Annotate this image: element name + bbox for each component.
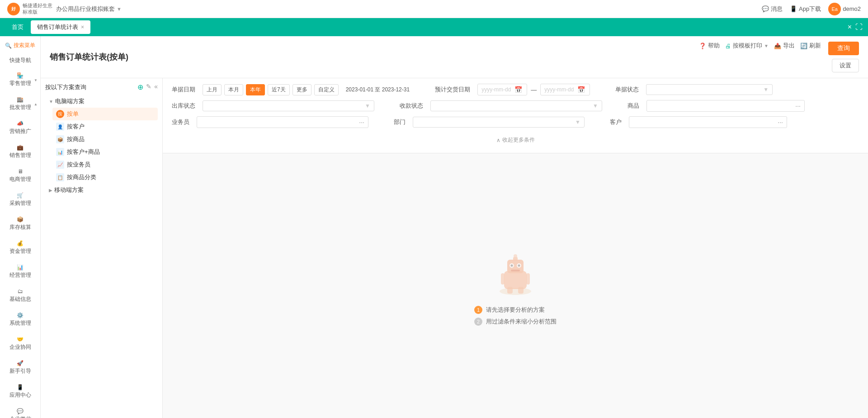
set-button[interactable]: 设置: [832, 59, 859, 72]
calendar-start-icon: 📅: [514, 86, 522, 93]
date-btn-custom[interactable]: 自定义: [314, 84, 339, 95]
salesman-dots[interactable]: ···: [359, 119, 364, 126]
sidebar-item-sales[interactable]: 💼 销售管理: [0, 140, 40, 164]
date-btn-this-year[interactable]: 本年: [246, 84, 265, 95]
date-btn-more[interactable]: 更多: [292, 84, 311, 95]
print-btn[interactable]: 🖨 按模板打印 ▼: [725, 42, 769, 50]
logo-icon: 好: [7, 3, 20, 15]
sidebar-item-basic[interactable]: 🗂 基础信息: [0, 284, 40, 308]
sidebar-item-retail[interactable]: 🏪 零售管理: [0, 68, 40, 92]
tree-item-by-customer[interactable]: 👤 按客户: [52, 120, 158, 133]
sidebar-item-purchase[interactable]: 🛒 采购管理: [0, 188, 40, 212]
collapse-panel-icon[interactable]: «: [154, 83, 158, 91]
status-select[interactable]: ▼: [646, 84, 773, 95]
sidebar-item-ecommerce[interactable]: 🖥 电商管理: [0, 164, 40, 188]
top-bar-left: 好 畅捷通好生意 标准版 办公用品行业模拟账套 ▼: [7, 3, 122, 15]
add-scheme-icon[interactable]: ⊕: [137, 83, 143, 91]
print-dropdown-icon[interactable]: ▼: [764, 43, 769, 48]
tab-sales-order[interactable]: 销售订单统计表 ×: [31, 20, 90, 34]
refresh-btn[interactable]: 🔄 刷新: [800, 42, 821, 50]
top-bar: 好 畅捷通好生意 标准版 办公用品行业模拟账套 ▼ 💬 消息 📱 App下载 E…: [0, 0, 868, 18]
expected-date-start[interactable]: yyyy-mm-dd 📅: [477, 84, 527, 95]
middle-section: 按以下方案查询 ⊕ ✎ « ▼ 电脑端方案 按 按单: [41, 78, 868, 418]
window-close-icon[interactable]: ×: [848, 23, 852, 31]
svg-rect-1: [504, 271, 527, 289]
window-expand-icon[interactable]: ⛶: [855, 23, 863, 31]
tree-item-by-order[interactable]: 按 按单: [52, 108, 158, 120]
tree-item-by-goods[interactable]: 📦 按商品: [52, 133, 158, 146]
newbie-icon: 🚀: [17, 360, 24, 366]
top-bar-title[interactable]: 办公用品行业模拟账套 ▼: [56, 5, 122, 13]
app-download-btn[interactable]: 📱 App下载: [790, 5, 821, 13]
delivery-dropdown-icon: ▼: [365, 103, 370, 109]
message-btn[interactable]: 💬 消息: [762, 5, 783, 13]
tab-home[interactable]: 首页: [5, 20, 30, 34]
delivery-select[interactable]: ▼: [203, 100, 374, 111]
tree-item-by-goods-category[interactable]: 📋 按商品分类: [52, 171, 158, 184]
sidebar-item-inventory[interactable]: 📦 库存核算: [0, 212, 40, 236]
date-btn-last-month[interactable]: 上月: [203, 84, 222, 95]
purchase-icon: 🛒: [17, 192, 24, 199]
dept-select[interactable]: ▼: [413, 117, 585, 128]
step-num-1: 1: [474, 306, 482, 314]
sidebar-search[interactable]: 🔍 搜索菜单: [0, 38, 40, 53]
basic-icon: 🗂: [18, 288, 23, 294]
sidebar-item-wechat[interactable]: 💬 企业微信: [0, 404, 40, 418]
page-header-right: ❓ 帮助 🖨 按模板打印 ▼ 📤 导出 🔄 刷新: [699, 42, 859, 72]
sidebar-item-finance[interactable]: 💰 资金管理: [0, 236, 40, 260]
delivery-label: 出库状态: [172, 102, 195, 110]
empty-step-1: 1 请先选择要分析的方案: [474, 306, 557, 314]
sidebar-item-marketing[interactable]: 📣 营销推广: [0, 116, 40, 140]
payment-select[interactable]: ▼: [430, 100, 602, 111]
collapse-bar[interactable]: ∧ 收起更多条件: [172, 133, 859, 147]
payment-label: 收款状态: [400, 102, 423, 110]
logo-area: 好 畅捷通好生意 标准版: [7, 3, 52, 15]
sidebar-item-operation[interactable]: 📊 经营管理: [0, 260, 40, 284]
dropdown-icon[interactable]: ▼: [117, 6, 122, 12]
by-salesman-icon: 📈: [56, 161, 64, 169]
sidebar-item-enterprise[interactable]: 🤝 企业协同: [0, 332, 40, 356]
customer-dots[interactable]: ···: [778, 119, 783, 126]
sidebar-item-wholesale[interactable]: 🏬 批发管理: [0, 92, 40, 116]
goods-label: 商品: [627, 102, 639, 110]
help-icon: ❓: [699, 43, 706, 49]
expected-date-end[interactable]: yyyy-mm-dd 📅: [540, 84, 590, 95]
goods-dots[interactable]: ···: [795, 102, 801, 109]
sidebar-item-system[interactable]: ⚙️ 系统管理: [0, 308, 40, 332]
avatar: Ea: [828, 3, 841, 15]
calendar-end-icon: 📅: [577, 86, 585, 93]
export-btn[interactable]: 📤 导出: [774, 42, 795, 50]
tree-mobile-section[interactable]: ▶ 移动端方案: [45, 184, 158, 196]
edit-scheme-icon[interactable]: ✎: [146, 83, 151, 91]
customer-input[interactable]: ···: [629, 116, 787, 128]
system-icon: ⚙️: [17, 312, 24, 318]
svg-rect-13: [518, 287, 524, 294]
page-header: 销售订单统计表(按单) ❓ 帮助 🖨 按模板打印 ▼ 📤 导出: [41, 36, 868, 78]
user-menu[interactable]: Ea demo2: [828, 3, 861, 15]
refresh-icon: 🔄: [800, 43, 807, 49]
by-goods-icon: 📦: [56, 135, 64, 143]
goods-input[interactable]: ···: [646, 100, 805, 112]
inventory-icon: 📦: [17, 216, 24, 223]
mobile-icon: 📱: [790, 5, 797, 12]
collapse-up-icon: ∧: [496, 137, 500, 143]
sidebar-item-newbie[interactable]: 🚀 新手引导: [0, 356, 40, 380]
help-btn[interactable]: ❓ 帮助: [699, 42, 720, 50]
content-area: 销售订单统计表(按单) ❓ 帮助 🖨 按模板打印 ▼ 📤 导出: [41, 36, 868, 418]
dept-dropdown-icon: ▼: [575, 119, 580, 125]
tree-desktop-section[interactable]: ▼ 电脑端方案: [45, 95, 158, 108]
tab-close-icon[interactable]: ×: [81, 24, 84, 30]
sidebar-nav-quicklink[interactable]: 快捷导航: [0, 53, 40, 68]
date-btn-this-month[interactable]: 本月: [224, 84, 243, 95]
salesman-input[interactable]: ···: [197, 116, 368, 128]
query-button[interactable]: 查询: [828, 42, 859, 55]
tree-item-by-salesman[interactable]: 📈 按业务员: [52, 158, 158, 171]
panel-header-icons: ⊕ ✎ «: [137, 83, 158, 91]
sidebar-item-appcenter[interactable]: 📱 应用中心: [0, 380, 40, 404]
payment-dropdown-icon: ▼: [593, 103, 598, 109]
tree-item-by-customer-goods[interactable]: 📊 按客户+商品: [52, 146, 158, 158]
left-panel: 按以下方案查询 ⊕ ✎ « ▼ 电脑端方案 按 按单: [41, 78, 163, 418]
date-btn-7days[interactable]: 近7天: [268, 84, 290, 95]
sidebar: 🔍 搜索菜单 快捷导航 🏪 零售管理 🏬 批发管理 📣 营销推广 💼 销售管理 …: [0, 36, 41, 418]
tree-mobile-arrow: ▶: [49, 188, 52, 193]
